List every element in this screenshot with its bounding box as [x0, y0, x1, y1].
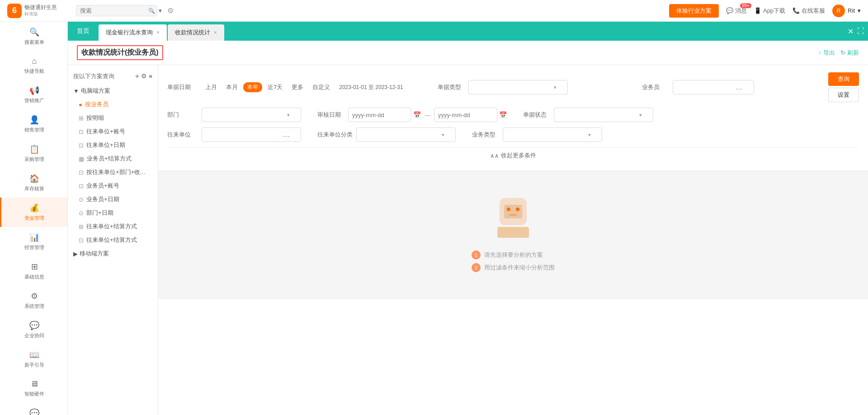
date-tab-this-month[interactable]: 本月: [222, 82, 241, 92]
scheme-settings-icon[interactable]: ⚙: [141, 72, 147, 80]
partner-more-icon[interactable]: …: [283, 131, 290, 139]
tree-item-0-3[interactable]: ⊡往来单位+日期: [68, 138, 158, 152]
tab-home[interactable]: 首页: [68, 22, 99, 41]
tree-container: ▼ 电脑端方案●按业务员⊞按明细⊡往来单位+账号⊡往来单位+日期▦业务员+结算方…: [68, 84, 158, 266]
filter-row-date: 单据日期 上月 本月 本年 近7天 更多 自定义 2023-01-01: [167, 72, 859, 102]
sidebar-icon-3: 👤: [29, 115, 39, 125]
logo-area: 6 畅捷通好生意 标准版: [7, 4, 71, 18]
logo-icon: 6: [7, 4, 22, 18]
type-select[interactable]: ▾: [468, 80, 568, 94]
salesperson-label: 业务员: [642, 83, 669, 91]
sidebar-item-2[interactable]: 📢 营销推广: [0, 80, 67, 109]
left-panel: 按以下方案查询 + ⚙ « ▼ 电脑端方案●按业务员⊞按明细⊡往来单位+账号⊡往…: [68, 65, 158, 415]
online-service-link[interactable]: 📞 在线客服: [793, 7, 825, 15]
top-settings-icon[interactable]: ⚙: [167, 6, 174, 15]
export-button[interactable]: ↑ 导出: [819, 49, 835, 57]
sidebar-item-5[interactable]: 🏠 库存核算: [0, 168, 67, 198]
sidebar-label-2: 营销推广: [24, 97, 44, 104]
add-scheme-icon[interactable]: +: [135, 72, 139, 80]
date-tab-more[interactable]: 更多: [288, 82, 307, 92]
dropdown-arrow[interactable]: ▾: [159, 7, 162, 14]
tree-item-0-1[interactable]: ⊞按明细: [68, 111, 158, 125]
sidebar-item-12[interactable]: 🖥 智能硬件: [0, 374, 67, 403]
tab-collection[interactable]: 收款情况统计 ×: [168, 24, 224, 41]
tab-cash-flow[interactable]: 现金银行流水查询 ×: [99, 24, 167, 41]
salesperson-select[interactable]: …: [673, 80, 754, 94]
messages-area[interactable]: 💬 消息 99+: [726, 7, 747, 15]
trial-button[interactable]: 体验行业方案: [669, 4, 719, 18]
sidebar-icon-12: 🖥: [30, 379, 38, 389]
biz-type-label: 业务类型: [472, 131, 499, 139]
tree-item-icon-0-7: ⊙: [79, 196, 84, 203]
app-download-link[interactable]: 📱 App下载: [754, 7, 785, 15]
search-input[interactable]: [76, 5, 157, 16]
date-tab-last-month[interactable]: 上月: [202, 82, 221, 92]
query-button[interactable]: 查询: [828, 72, 859, 86]
audit-date-from[interactable]: [348, 108, 411, 122]
tree-item-0-6[interactable]: ⊡业务员+账号: [68, 179, 158, 193]
salesperson-more-icon[interactable]: …: [736, 83, 743, 91]
date-filter-label: 单据日期: [167, 83, 194, 91]
dept-select[interactable]: ▾: [202, 108, 301, 122]
partner-cat-chevron: ▾: [442, 132, 444, 138]
date-tab-this-year[interactable]: 本年: [243, 82, 262, 92]
sidebar-item-9[interactable]: ⚙ 系统管理: [0, 286, 67, 315]
content-area: 首页 现金银行流水查询 × 收款情况统计 × ✕ ⛶ 收款情况统计(按业: [68, 22, 868, 415]
audit-date-to-group: 📅: [434, 108, 507, 122]
sidebar-item-1[interactable]: ⌂ 快捷导航: [0, 51, 67, 80]
tree-item-0-2[interactable]: ⊡往来单位+账号: [68, 125, 158, 138]
date-tab-custom[interactable]: 自定义: [309, 82, 334, 92]
sidebar-label-4: 采购管理: [24, 156, 44, 163]
tree-item-icon-0-5: ⊡: [79, 169, 84, 176]
partner-select[interactable]: …: [202, 127, 301, 142]
tree-item-0-10[interactable]: ⊡往来单位+结算方式: [68, 233, 158, 247]
tree-item-0-5[interactable]: ⊡按往来单位+部门+收...: [68, 165, 158, 179]
sidebar-label-12: 智能硬件: [24, 391, 44, 397]
sidebar-item-4[interactable]: 📋 采购管理: [0, 139, 67, 168]
sidebar-item-6[interactable]: 💰 资金管理: [0, 198, 67, 227]
audit-date-from-group: 📅: [348, 108, 421, 122]
user-menu[interactable]: R Rit ▾: [832, 5, 861, 17]
status-select[interactable]: ▾: [554, 108, 653, 122]
cal-from-icon[interactable]: 📅: [413, 111, 421, 118]
tab-close-all: ✕ ⛶: [848, 27, 864, 36]
refresh-button[interactable]: ↻ 刷新: [840, 49, 859, 57]
sidebar-icon-7: 📊: [29, 232, 39, 242]
tree-item-0-8[interactable]: ⊙部门+日期: [68, 206, 158, 220]
tree-group-title-0[interactable]: ▼ 电脑端方案: [68, 84, 158, 98]
sidebar-item-8[interactable]: ⊞ 基础信息: [0, 256, 67, 286]
cal-to-icon[interactable]: 📅: [499, 111, 507, 118]
search-icon: 🔍: [148, 8, 155, 14]
date-range-display: 2023-01-01 至 2023-12-31: [339, 84, 403, 91]
empty-state: 1 请先选择要分析的方案 2 用过滤条件来缩小分析范围: [158, 171, 868, 299]
tree-item-0-4[interactable]: ▦业务员+结算方式: [68, 152, 158, 165]
tree-group-title-1[interactable]: ▶ 移动端方案: [68, 247, 158, 260]
tree-group-collapsed-1[interactable]: [68, 260, 158, 266]
close-all-icon[interactable]: ✕: [848, 27, 854, 36]
tab2-close-icon[interactable]: ×: [214, 29, 217, 36]
tree-item-0-7[interactable]: ⊙业务员+日期: [68, 193, 158, 206]
settings-button[interactable]: 设置: [828, 88, 859, 102]
sidebar-item-0[interactable]: 🔍 搜索菜单: [0, 22, 67, 51]
sidebar-item-13[interactable]: 💬 企业微信: [0, 403, 67, 415]
sidebar-item-3[interactable]: 👤 销售管理: [0, 109, 67, 139]
fullscreen-icon[interactable]: ⛶: [857, 27, 864, 36]
sidebar-item-7[interactable]: 📊 经营管理: [0, 227, 67, 256]
audit-date-to[interactable]: [434, 108, 497, 122]
sidebar-icon-8: ⊞: [31, 262, 38, 272]
filter-row-partner: 往来单位 … 往来单位分类 ▾: [167, 127, 859, 142]
sidebar-item-10[interactable]: 💬 企业协同: [0, 315, 67, 344]
date-tab-7days[interactable]: 近7天: [264, 82, 286, 92]
sidebar-item-11[interactable]: 📖 新手引导: [0, 344, 67, 374]
type-chevron: ▾: [554, 85, 557, 90]
left-panel-header: 按以下方案查询 + ⚙ «: [68, 69, 158, 84]
partner-filter-label: 往来单位: [167, 131, 194, 139]
collapse-panel-icon[interactable]: «: [149, 72, 152, 80]
tab1-close-icon[interactable]: ×: [156, 29, 160, 36]
biz-type-select[interactable]: ▾: [503, 127, 602, 142]
tree-item-0-0[interactable]: ●按业务员: [68, 98, 158, 111]
page-title: 收款情况统计(按业务员): [77, 45, 163, 60]
tree-item-0-9[interactable]: ⊞往来单位+结算方式: [68, 220, 158, 233]
partner-cat-select[interactable]: ▾: [356, 127, 456, 142]
collapse-filters-btn[interactable]: ∧∧ 收起更多条件: [167, 147, 859, 163]
